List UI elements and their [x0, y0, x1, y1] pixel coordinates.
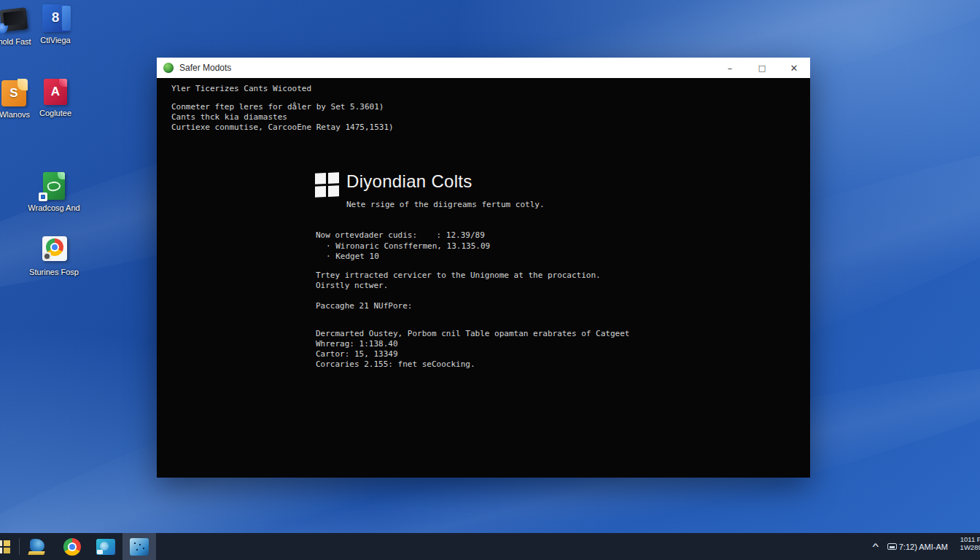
desktop-icon-ctlviega[interactable]: 8 CtlViega — [29, 4, 82, 45]
tray-corner-line2: 1W2893 — [960, 543, 980, 551]
desktop-icon-label: Sturines Fosp — [28, 268, 80, 277]
console-line: Corcaries 2.155: fnet seCoocking. — [316, 359, 475, 369]
tray-network-icon[interactable] — [887, 543, 897, 550]
photos-icon — [96, 539, 115, 555]
console-line: Conmeter ftep leres for dåler by Set 5.3… — [171, 102, 384, 112]
window-title: Safer Modots — [179, 63, 231, 73]
orange-folder-icon: S — [1, 80, 26, 106]
pc-icon — [0, 7, 28, 32]
desktop-icon-sturines[interactable]: Sturines Fosp — [28, 236, 80, 277]
console-line: Paccaghe 21 NUfPore: — [316, 301, 412, 311]
chrome-icon — [63, 538, 81, 556]
taskbar: ^ 7:12) AMI-AM 1011 PF 1W2893 — [0, 533, 980, 560]
start-button[interactable] — [0, 533, 13, 560]
console-output: Yler Ticerizes Cants Wicooted Conmeter f… — [157, 78, 810, 478]
console-line: Yler Ticerizes Cants Wicooted — [171, 84, 311, 93]
chrome-shortcut-icon — [42, 236, 67, 261]
console-window: Safer Modots – □ ✕ Yler Ticerizes Cants … — [157, 58, 810, 478]
taskbar-file-explorer[interactable] — [26, 533, 48, 560]
tray-corner-text[interactable]: 1011 PF 1W2893 — [945, 535, 980, 551]
console-line: Whrerag: 1:138.40 — [316, 339, 398, 349]
file-explorer-icon — [28, 539, 46, 555]
taskbar-active-app[interactable] — [122, 533, 156, 560]
active-app-icon — [130, 538, 149, 556]
blue-folder-icon: 8 — [42, 4, 69, 32]
windows-logo-icon — [315, 172, 339, 198]
taskbar-chrome[interactable] — [61, 533, 83, 560]
console-line: Dercmarted Oustey, Porbom cnil Table opa… — [316, 329, 629, 338]
console-line: Cants thck kia diamastes — [171, 112, 287, 122]
console-line: Curtiexe conmutise, CarcooEne Retay 1475… — [171, 122, 394, 132]
window-titlebar[interactable]: Safer Modots – □ ✕ — [157, 58, 810, 78]
desktop-icon-label: Wradcosg And — [28, 203, 80, 213]
console-brand-title: Diyondian Colts — [346, 171, 472, 192]
tray-corner-line1: 1011 PF — [960, 535, 980, 543]
tray-chevron-icon[interactable]: ^ — [873, 542, 879, 552]
shortcut-badge-icon — [39, 192, 47, 201]
console-line: Nete rsige of the diigreams fertum cotly… — [346, 200, 545, 209]
minimize-button[interactable]: – — [714, 58, 746, 78]
desktop-icon-label: CtlViega — [29, 36, 82, 45]
console-line: · Kedget 10 — [326, 252, 379, 261]
shortcut-badge-icon — [43, 252, 51, 260]
app-icon — [163, 63, 174, 73]
desktop-icon-label: Coglutee — [29, 109, 82, 118]
taskbar-photos[interactable] — [94, 533, 117, 560]
start-grid-icon — [0, 540, 10, 553]
close-button[interactable]: ✕ — [778, 58, 810, 78]
window-controls: – □ ✕ — [714, 58, 810, 78]
maximize-button[interactable]: □ — [746, 58, 778, 78]
red-app-icon: A — [44, 79, 67, 105]
console-line: Oirstly nctwer. — [316, 281, 388, 290]
tray-clock[interactable]: 7:12) AMI-AM — [899, 542, 948, 551]
taskbar-divider — [19, 538, 20, 555]
console-line: Now ortevdader cudis: : 12.39/89 — [316, 230, 485, 240]
console-line: Cartor: 15, 13349 — [316, 349, 398, 359]
console-line: · Wironaric Consffermen, 13.135.09 — [326, 241, 490, 251]
console-line: Trtey irtracted cervicer to the Unignome… — [316, 271, 601, 280]
desktop: hold Fast 8 CtlViega S Wlanovs A Coglute… — [0, 0, 980, 560]
desktop-icon-wradcosg[interactable]: Wradcosg And — [28, 172, 80, 213]
desktop-icon-coglutee[interactable]: A Coglutee — [29, 77, 82, 118]
